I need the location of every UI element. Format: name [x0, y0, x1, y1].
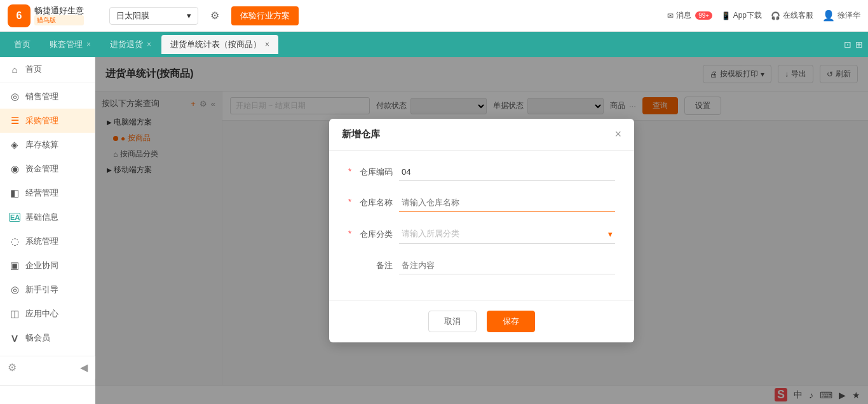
sidebar-bottom: ⚙ ◀: [0, 356, 95, 379]
sidebar-item-basic-label: 基础信息: [25, 212, 58, 223]
operation-icon: ◧: [9, 187, 20, 199]
user-avatar-btn[interactable]: 👤 徐泽华: [822, 10, 860, 22]
chevron-down-icon: ▾: [187, 11, 191, 20]
code-label: 仓库编码: [348, 166, 399, 178]
finance-icon: ◉: [9, 163, 20, 175]
apps-icon: ◫: [9, 308, 20, 320]
cancel-button[interactable]: 取消: [428, 311, 477, 332]
modal-overlay[interactable]: 新增仓库 × 仓库编码 仓库名称 仓库分类: [95, 57, 868, 404]
sidebar-item-system-label: 系统管理: [25, 236, 58, 247]
headset-icon: 🎧: [771, 11, 780, 20]
sidebar-divider-1: [0, 83, 95, 83]
sidebar-item-inventory-label: 库存核算: [25, 139, 58, 151]
basic-icon: EA: [9, 213, 20, 222]
sidebar-item-operation-label: 经营管理: [25, 187, 58, 199]
message-icon: ✉: [667, 11, 674, 20]
content-area: 进货单统计(按商品) 🖨 按模板打印 ▾ ↓ 导出 ↺ 刷新: [95, 57, 868, 404]
tab-purchase-return-label: 进货退货: [110, 39, 143, 50]
home-icon: ⌂: [9, 64, 20, 75]
code-input[interactable]: [399, 163, 615, 181]
sidebar-settings-icon[interactable]: ⚙: [8, 361, 17, 374]
sidebar-item-inventory[interactable]: ◈ 库存核算: [0, 133, 95, 157]
message-badge: 99+: [695, 11, 712, 20]
sidebar-item-home-label: 首页: [25, 64, 42, 75]
tabs-bar: 首页 账套管理 × 进货退货 × 进货单统计表（按商品） × ⊡ ⊞: [0, 32, 868, 57]
add-warehouse-modal: 新增仓库 × 仓库编码 仓库名称 仓库分类: [329, 119, 634, 342]
sidebar-item-newguide[interactable]: ◎ 新手引导: [0, 278, 95, 302]
sidebar-item-apps[interactable]: ◫ 应用中心: [0, 302, 95, 326]
sidebar-item-finance[interactable]: ◉ 资金管理: [0, 157, 95, 181]
trial-button[interactable]: 体验行业方案: [231, 6, 299, 25]
sidebar-item-operation[interactable]: ◧ 经营管理: [0, 181, 95, 205]
category-placeholder: 请输入所属分类: [402, 228, 459, 239]
app-download-label: App下载: [733, 10, 762, 21]
form-row-category: 仓库分类 请输入所属分类 ▾: [348, 224, 615, 244]
modal-footer: 取消 保存: [329, 300, 634, 342]
sidebar-item-newguide-label: 新手引导: [25, 284, 58, 295]
sidebar-item-apps-label: 应用中心: [25, 308, 58, 320]
sidebar-item-enterprise[interactable]: ▣ 企业协同: [0, 253, 95, 278]
modal-body: 仓库编码 仓库名称 仓库分类 请输入所属分类 ▾: [329, 151, 634, 300]
sidebar-item-purchase-label: 采购管理: [25, 115, 58, 126]
modal-close-btn[interactable]: ×: [614, 128, 621, 141]
sidebar-item-sales[interactable]: ◎ 销售管理: [0, 84, 95, 109]
sidebar-item-enterprise-label: 企业协同: [25, 260, 58, 271]
sidebar-item-finance-label: 资金管理: [25, 163, 58, 175]
category-label: 仓库分类: [348, 229, 399, 240]
logo-text-block: 畅捷通好生意 猎鸟版: [34, 6, 84, 26]
form-row-name: 仓库名称: [348, 194, 615, 212]
main-layout: ⌂ 首页 ◎ 销售管理 ☰ 采购管理 ◈ 库存核算 ◉ 资金管理 ◧ 经营管理 …: [0, 57, 868, 404]
sidebar-item-home[interactable]: ⌂ 首页: [0, 57, 95, 81]
name-label: 仓库名称: [348, 197, 399, 208]
user-name: 徐泽华: [837, 10, 860, 21]
sidebar-item-purchase[interactable]: ☰ 采购管理: [0, 109, 95, 133]
top-navbar: 6 畅捷通好生意 猎鸟版 日太阳膜 ▾ ⚙ 体验行业方案 ✉ 消息 99+ 📱 …: [0, 0, 868, 32]
sidebar-item-sales-label: 销售管理: [25, 91, 58, 102]
tab-home-label: 首页: [14, 39, 31, 50]
sidebar-item-vip[interactable]: V 畅会员: [0, 326, 95, 350]
sidebar-collapse-icon[interactable]: ◀: [80, 361, 88, 374]
tab-account-close[interactable]: ×: [86, 40, 91, 49]
save-button[interactable]: 保存: [487, 311, 535, 332]
enterprise-icon: ▣: [9, 260, 20, 271]
note-input[interactable]: [399, 257, 615, 274]
sidebar-item-vip-label: 畅会员: [25, 332, 50, 344]
online-service-label: 在线客服: [783, 10, 813, 21]
modal-header: 新增仓库 ×: [329, 119, 634, 151]
tab-fullscreen-btn[interactable]: ⊞: [855, 39, 863, 50]
tab-home[interactable]: 首页: [5, 35, 39, 54]
sidebar-item-system[interactable]: ◌ 系统管理: [0, 229, 95, 253]
category-select[interactable]: 请输入所属分类 ▾: [399, 224, 615, 244]
tab-account-label: 账套管理: [50, 39, 83, 50]
sidebar: ⌂ 首页 ◎ 销售管理 ☰ 采购管理 ◈ 库存核算 ◉ 资金管理 ◧ 经营管理 …: [0, 57, 95, 404]
app-download-btn[interactable]: 📱 App下载: [721, 10, 762, 21]
online-service-btn[interactable]: 🎧 在线客服: [771, 10, 813, 21]
tab-purchase-stat-close[interactable]: ×: [265, 40, 269, 49]
logo-icon: 6: [8, 4, 31, 27]
store-selector[interactable]: 日太阳膜 ▾: [109, 7, 198, 25]
system-icon: ◌: [9, 236, 20, 247]
tab-purchase-stat[interactable]: 进货单统计表（按商品） ×: [161, 35, 278, 54]
name-input[interactable]: [399, 194, 615, 212]
settings-icon-btn[interactable]: ⚙: [205, 6, 225, 26]
vip-icon: V: [9, 333, 20, 344]
note-label: 备注: [348, 260, 399, 271]
tab-account[interactable]: 账套管理 ×: [41, 35, 100, 54]
message-label: 消息: [676, 10, 691, 21]
tab-purchase-stat-label: 进货单统计表（按商品）: [170, 39, 261, 50]
newguide-icon: ◎: [9, 284, 20, 295]
message-btn[interactable]: ✉ 消息 99+: [667, 10, 712, 21]
form-row-code: 仓库编码: [348, 163, 615, 181]
tab-restore-btn[interactable]: ⊡: [844, 39, 851, 50]
store-name: 日太阳膜: [116, 10, 184, 22]
tab-purchase-return[interactable]: 进货退货 ×: [101, 35, 160, 54]
sidebar-item-basic[interactable]: EA 基础信息: [0, 205, 95, 229]
tabs-right-actions: ⊡ ⊞: [844, 39, 863, 50]
purchase-icon: ☰: [9, 115, 20, 126]
logo-area: 6 畅捷通好生意 猎鸟版: [8, 4, 103, 27]
tab-purchase-return-close[interactable]: ×: [147, 40, 151, 49]
user-icon: 👤: [822, 10, 835, 22]
inventory-icon: ◈: [9, 139, 20, 151]
form-row-note: 备注: [348, 257, 615, 274]
nav-right: ✉ 消息 99+ 📱 App下载 🎧 在线客服 👤 徐泽华: [667, 10, 860, 22]
